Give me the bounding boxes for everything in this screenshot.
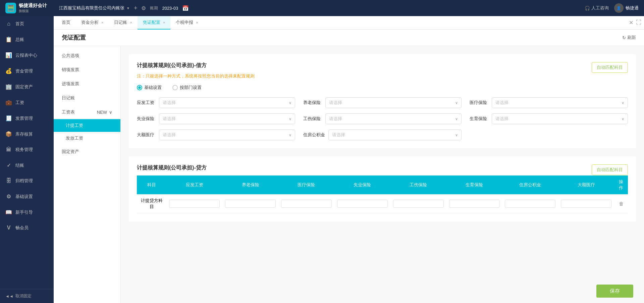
cancel-pin-button[interactable]: ◄◄ 取消固定 [0, 289, 54, 303]
tab-journal-label: 日记账 [114, 19, 127, 26]
tab-journal-close-icon[interactable]: × [130, 20, 132, 24]
debit-auto-match-button[interactable]: 自动匹配科目 [592, 62, 628, 73]
input-sybx[interactable] [337, 200, 388, 208]
pin-icon: ◄◄ [5, 294, 13, 299]
field-sybx-select[interactable]: 请选择 ∨ [159, 113, 295, 124]
left-nav-purchase[interactable]: 进项发票 [54, 77, 120, 91]
field-dely-placeholder: 请选择 [163, 132, 176, 138]
field-zfgjj-arrow-icon: ∨ [455, 133, 458, 137]
field-zfgjj-label: 住房公积金 [303, 132, 325, 138]
sidebar-item-archive[interactable]: 🗄 归档管理 [0, 173, 54, 189]
add-company-icon[interactable]: + [134, 5, 138, 12]
left-nav-journal[interactable]: 日记账 [54, 91, 120, 105]
input-yfgz[interactable] [169, 200, 220, 208]
td-gsbx [390, 194, 446, 213]
field-sybx-label: 失业保险 [137, 116, 156, 122]
left-nav-pay-salary[interactable]: 发放工资 [54, 132, 120, 145]
debit-section: 自动匹配科目 计提核算规则(公司承担)-借方 注：只能选择一种方式，系统将按照您… [129, 54, 636, 148]
tab-bar-actions: ✕ ⛶ [629, 19, 641, 26]
field-gsbx-select[interactable]: 请选择 ∨ [325, 113, 462, 124]
field-ylbx-select[interactable]: 请选择 ∨ [325, 97, 462, 108]
tab-capital[interactable]: 资金分析 × [76, 16, 109, 30]
app-sub: 旗舰版 [19, 9, 47, 13]
tab-expand-icon[interactable]: ⛶ [636, 19, 641, 26]
field-zfgjj-select[interactable]: 请选择 ∨ [328, 130, 462, 140]
invoice-icon: 🧾 [5, 115, 12, 121]
input-zfgjj[interactable] [505, 200, 555, 208]
radio-dept[interactable]: 按部门设置 [172, 85, 202, 91]
field-yfgz-label: 应发工资 [137, 100, 156, 106]
settings-icon[interactable]: ⚙ [141, 5, 146, 11]
field-dely-select[interactable]: 请选择 ∨ [159, 130, 295, 140]
avatar: 👤 [614, 3, 624, 13]
refresh-label: 刷新 [627, 35, 636, 41]
refresh-button[interactable]: ↻ 刷新 [622, 35, 636, 41]
left-nav-pay-salary-label: 发放工资 [66, 136, 83, 141]
top-bar-right: 🎧 人工咨询 👤 畅捷通 [585, 3, 639, 13]
field-dely-arrow-icon: ∨ [289, 133, 291, 137]
delete-row-icon[interactable]: 🗑 [619, 201, 624, 206]
company-selector[interactable]: 江西服宝精品有限责任公司内账张 ▼ [59, 5, 130, 11]
td-sybx [334, 194, 390, 213]
guide-icon: 📖 [5, 209, 12, 215]
sidebar-item-capital[interactable]: 💰 资金管理 [0, 63, 54, 79]
tab-close-icon[interactable]: ✕ [629, 19, 633, 26]
sidebar-item-guide[interactable]: 📖 新手引导 [0, 204, 54, 220]
tab-voucher-close-icon[interactable]: × [163, 20, 165, 24]
th-subject: 科目 [137, 175, 166, 194]
sidebar-label-invoice: 发票管理 [15, 115, 33, 121]
field-ylbx2-placeholder: 请选择 [495, 100, 508, 106]
sidebar-label-ledger: 总账 [15, 37, 24, 43]
left-nav-public[interactable]: 公共选项 [54, 49, 120, 63]
field-sybx2-select[interactable]: 请选择 ∨ [492, 113, 628, 124]
input-ylbx[interactable] [225, 200, 276, 208]
salary-table-chevron-icon: ∨ [109, 110, 112, 115]
td-ylbx [222, 194, 278, 213]
td-dely [558, 194, 614, 213]
sidebar-item-salary[interactable]: 💼 工资 [0, 95, 54, 110]
tab-tax-close-icon[interactable]: × [196, 20, 198, 24]
input-dely[interactable] [561, 200, 611, 208]
support-button[interactable]: 🎧 人工咨询 [585, 5, 609, 11]
sidebar-item-report[interactable]: 📊 云报表中心 [0, 47, 54, 63]
period-label: 账期 [150, 5, 158, 11]
calendar-icon[interactable]: 📅 [182, 5, 189, 11]
ledger-icon: 📋 [5, 36, 12, 43]
tab-home[interactable]: 首页 [56, 16, 76, 30]
period-value: 2023-03 [162, 6, 178, 11]
save-button[interactable]: 保存 [596, 285, 633, 298]
input-sybx2[interactable] [449, 200, 500, 208]
two-panel: 公共选项 销项发票 进项发票 日记账 工资表 NEW [54, 46, 644, 303]
new-badge: NEW [97, 110, 107, 115]
input-gsbx[interactable] [393, 200, 444, 208]
sidebar-item-fixed[interactable]: 🏢 固定资产 [0, 79, 54, 95]
tab-tax[interactable]: 个税申报 × [170, 16, 203, 30]
left-nav-calc-salary[interactable]: 计提工资 [54, 119, 120, 132]
sidebar-item-home[interactable]: ⌂ 首页 [0, 16, 54, 32]
sidebar-item-invoice[interactable]: 🧾 发票管理 [0, 110, 54, 126]
sidebar-item-ledger[interactable]: 📋 总账 [0, 32, 54, 47]
radio-basic[interactable]: 基础设置 [137, 85, 162, 91]
sidebar-item-tax[interactable]: 🏛 税务管理 [0, 142, 54, 157]
sidebar-item-settle[interactable]: ✓ 结账 [0, 157, 54, 173]
left-nav-salary-table[interactable]: 工资表 NEW ∨ [54, 105, 120, 119]
left-nav-fixed-asset[interactable]: 固定资产 [54, 145, 120, 159]
left-nav-calc-salary-label: 计提工资 [66, 123, 83, 128]
sidebar: ⌂ 首页 📋 总账 📊 云报表中心 💰 资金管理 🏢 固定资产 💼 工资 🧾 发… [0, 16, 54, 303]
sidebar-item-settings[interactable]: ⚙ 基础设置 [0, 189, 54, 204]
tab-journal[interactable]: 日记账 × [109, 16, 137, 30]
tab-bar: 首页 资金分析 × 日记账 × 凭证配置 × 个税申报 × ✕ ⛶ [54, 16, 644, 30]
user-area[interactable]: 👤 畅捷通 [614, 3, 639, 13]
sidebar-item-inventory[interactable]: 📦 库存核算 [0, 126, 54, 142]
input-ylbx2[interactable] [281, 200, 332, 208]
credit-auto-match-button[interactable]: 自动匹配科目 [592, 164, 628, 175]
field-gsbx: 工伤保险 请选择 ∨ [303, 113, 462, 124]
report-icon: 📊 [5, 52, 12, 58]
tab-capital-close-icon[interactable]: × [101, 20, 103, 24]
sidebar-item-vip[interactable]: V 畅会员 [0, 220, 54, 236]
field-yfgz-select[interactable]: 请选择 ∨ [159, 97, 295, 108]
main-panel: 自动匹配科目 计提核算规则(公司承担)-借方 注：只能选择一种方式，系统将按照您… [121, 46, 644, 303]
left-nav-sales[interactable]: 销项发票 [54, 63, 120, 77]
tab-voucher[interactable]: 凭证配置 × [138, 16, 170, 30]
field-ylbx2-select[interactable]: 请选择 ∨ [492, 97, 628, 108]
